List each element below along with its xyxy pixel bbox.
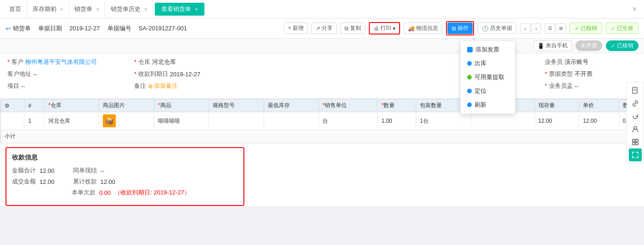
logistics-button[interactable]: 🚚 物流信息: [404, 23, 442, 34]
sidebar-fullscreen-icon[interactable]: [629, 148, 642, 161]
operate-button[interactable]: ⊞ 操作: [447, 23, 473, 34]
mobile-icon: 📱: [537, 43, 544, 49]
check-icon3: ✓: [611, 43, 616, 49]
tab-inventory-close[interactable]: ×: [60, 6, 63, 12]
tab-home[interactable]: 首页: [4, 0, 27, 18]
tab-inventory-label: 库存期初: [33, 5, 56, 13]
history-icon: 🕐: [482, 25, 489, 32]
cumulative-value: 12.00: [101, 178, 116, 185]
tab-sales-history-close[interactable]: ×: [144, 6, 147, 12]
business-value: --: [575, 83, 579, 90]
same-order-label: 同单现结: [73, 166, 97, 175]
tab-sales-order-close[interactable]: ×: [96, 6, 99, 12]
col-product: *商品: [154, 99, 209, 112]
deal-amount-field: 成交金额 12.00: [12, 177, 55, 186]
window-close-button[interactable]: ×: [629, 5, 640, 13]
project-label: 项目: [7, 82, 19, 90]
cell-pack-qty: 1台: [416, 112, 471, 130]
doc-title: ↩ 销货单: [6, 24, 31, 33]
customer-value[interactable]: 柳州粤港平安气体有限公司: [25, 58, 97, 66]
invoice-icon: [467, 47, 473, 52]
truck-icon: 🚚: [408, 25, 415, 32]
from-mobile-btn[interactable]: 📱 来自手机: [533, 40, 572, 51]
cell-unit-price: 12.00: [579, 112, 619, 130]
subtotal-cell: 小计: [1, 130, 644, 143]
check-icon2: ✓: [611, 25, 616, 32]
tab-sales-history-label: 销货单历史: [111, 5, 141, 13]
cell-no: 1: [24, 112, 45, 130]
tab-view-sales-close[interactable]: ×: [195, 6, 198, 12]
warehouse-label: 仓库: [134, 58, 150, 66]
owed-value: 0.00: [99, 189, 111, 196]
settings-icon: ⚙: [5, 103, 10, 109]
list-view-icon[interactable]: ☰: [545, 23, 555, 34]
tab-home-label: 首页: [9, 5, 21, 13]
dropdown-item-available[interactable]: 可用量提取: [461, 70, 515, 84]
refresh-label: 刷新: [475, 101, 486, 109]
col-settings[interactable]: ⚙: [1, 99, 24, 112]
dropdown-item-locate[interactable]: 定位: [461, 84, 515, 98]
payment-info-box: 收款信息 金额合计 12.00 同单现结 -- 成交金额 12.00 累计收款: [6, 147, 244, 206]
from-mobile-label: 来自手机: [546, 42, 568, 50]
cell-product: 嘻嘻嘻嘻: [154, 112, 209, 130]
dropdown-item-refresh[interactable]: 刷新: [461, 98, 515, 112]
cell-settings: [1, 112, 24, 130]
sidebar-refresh-icon[interactable]: [629, 110, 642, 123]
effective-label: 已生效: [617, 24, 633, 32]
available-label: 可用量提取: [475, 73, 504, 81]
svg-rect-5: [636, 139, 638, 142]
tab-view-sales[interactable]: 查看销货单 ×: [155, 3, 204, 16]
dropdown-item-outbound[interactable]: 出库: [461, 57, 515, 70]
col-quantity: *数量: [378, 99, 416, 112]
nav-next[interactable]: ›: [531, 23, 541, 34]
add-note-btn[interactable]: ⊕ 添加备注: [148, 82, 178, 90]
tab-inventory-init[interactable]: 库存期初 ×: [27, 0, 69, 18]
owed-label: 本单欠款: [72, 188, 96, 197]
nav-arrows: ‹ ›: [520, 23, 541, 34]
operate-label: 操作: [458, 24, 469, 32]
customer-field: 客户 柳州粤港平安气体有限公司: [7, 58, 99, 66]
cell-quantity: 1.00: [378, 112, 416, 130]
check-icon: ✓: [575, 25, 579, 32]
ticket-type-label: 票据类型: [545, 70, 573, 78]
grid-view-icon[interactable]: ⊞: [556, 23, 566, 34]
ticket-type-value: 不开票: [575, 70, 593, 78]
nav-prev[interactable]: ‹: [520, 23, 530, 34]
warehouse-field: 仓库 河北仓库: [134, 58, 226, 66]
new-button[interactable]: + 新增: [284, 23, 308, 34]
uninvoiced-btn[interactable]: 未开票: [576, 40, 602, 51]
col-spec: 规格型号: [209, 99, 264, 112]
col-sales-unit: *销售单位: [319, 99, 378, 112]
staff-value: 演示账号: [565, 58, 588, 66]
date-value: 2019-12-27: [69, 25, 100, 32]
sidebar-table-icon[interactable]: [629, 136, 642, 148]
copy-icon: ⧉: [345, 25, 349, 32]
dropdown-item-invoice[interactable]: 添加发票: [461, 43, 515, 57]
sidebar-link-icon[interactable]: [629, 97, 642, 110]
print-label: 打印: [380, 24, 391, 32]
verified-btn[interactable]: ✓ 已核销: [606, 40, 638, 51]
effective-status: ✓ 已生效: [606, 23, 638, 34]
owed-suffix: （收款到期日: 2019-12-27）: [114, 188, 190, 197]
tab-sales-order[interactable]: 销货单 ×: [69, 0, 105, 18]
history-button[interactable]: 🕐 历史单据: [478, 23, 516, 34]
doc-header: ↩ 销货单 单据日期 2019-12-27 单据编号 SA-20191227-0…: [0, 18, 644, 39]
business-label: * 业务员盂: [545, 82, 573, 90]
sidebar-doc-icon[interactable]: [629, 84, 642, 97]
warehouse-value: 河北仓库: [152, 58, 176, 66]
date-label: 单据日期: [38, 24, 62, 33]
voided-label: 已核销: [581, 24, 597, 32]
copy-button[interactable]: ⧉ 复制: [340, 23, 365, 34]
share-button[interactable]: ↗ 分享: [311, 23, 337, 34]
tab-sales-order-label: 销货单: [74, 5, 92, 13]
cell-min-stock: [264, 112, 318, 130]
address-field: 客户地址 --: [7, 70, 99, 78]
doc-actions: + 新增 ↗ 分享 ⧉ 复制 🖨 打印 ▾ 🚚: [284, 21, 638, 35]
sidebar-user-icon[interactable]: [629, 123, 642, 136]
outbound-icon: [467, 61, 472, 66]
tab-sales-history[interactable]: 销货单历史 ×: [105, 0, 153, 18]
doc-type-label: 销货单: [13, 24, 31, 33]
print-button[interactable]: 🖨 打印 ▾: [369, 22, 400, 34]
operate-icon: ⊞: [452, 25, 456, 32]
cell-product-img: 📦: [99, 112, 154, 130]
